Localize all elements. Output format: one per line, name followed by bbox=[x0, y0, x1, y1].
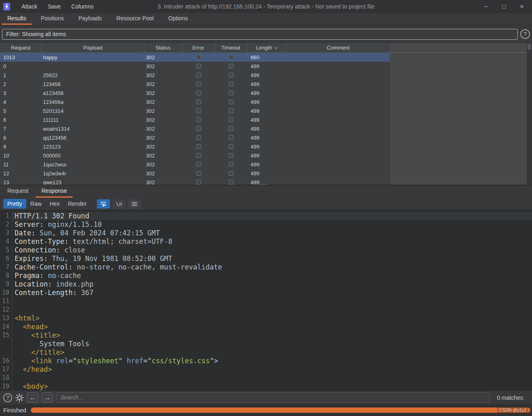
render-button[interactable]: Render bbox=[64, 199, 91, 209]
error-checkbox[interactable] bbox=[196, 117, 201, 122]
tab-resource-pool[interactable]: Resource Pool bbox=[109, 13, 161, 25]
error-checkbox[interactable] bbox=[196, 153, 201, 158]
timeout-checkbox[interactable] bbox=[229, 171, 234, 176]
table-row[interactable]: 6111111302499 bbox=[0, 115, 390, 124]
error-checkbox[interactable] bbox=[196, 135, 201, 140]
tab-positions[interactable]: Positions bbox=[34, 13, 71, 25]
timeout-checkbox[interactable] bbox=[229, 99, 234, 104]
timeout-checkbox[interactable] bbox=[229, 64, 234, 69]
timeout-checkbox[interactable] bbox=[229, 162, 234, 167]
menu-attack[interactable]: Attack bbox=[16, 0, 43, 13]
code-text: Pragma: no-cache bbox=[12, 272, 532, 280]
error-cell bbox=[182, 142, 215, 151]
menu-columns[interactable]: Columns bbox=[66, 0, 99, 13]
help-icon[interactable]: ? bbox=[3, 393, 12, 402]
tab-response[interactable]: Response bbox=[35, 185, 73, 198]
timeout-checkbox[interactable] bbox=[229, 82, 234, 86]
status-cell: 302 bbox=[144, 71, 182, 80]
search-input[interactable]: Search... bbox=[56, 392, 490, 403]
splitter-drag-handle[interactable]: ... bbox=[260, 181, 267, 185]
column-header-request[interactable]: Request bbox=[0, 43, 42, 52]
timeout-checkbox[interactable] bbox=[229, 144, 234, 149]
tab-results[interactable]: Results bbox=[0, 13, 34, 25]
error-checkbox[interactable] bbox=[196, 99, 201, 104]
close-button[interactable]: × bbox=[516, 0, 528, 13]
timeout-checkbox[interactable] bbox=[229, 55, 234, 60]
error-checkbox[interactable] bbox=[196, 73, 201, 78]
maximize-button[interactable]: □ bbox=[498, 0, 510, 13]
error-checkbox[interactable] bbox=[196, 144, 201, 149]
table-row[interactable]: 111qaz2wsx302499 bbox=[0, 160, 390, 169]
code-line: 18 bbox=[0, 374, 532, 382]
table-row[interactable]: 10000000302499 bbox=[0, 151, 390, 160]
comment-cell bbox=[286, 106, 390, 115]
length-cell: 499 bbox=[247, 106, 286, 115]
next-match-button[interactable]: → bbox=[41, 392, 53, 403]
minimize-button[interactable]: − bbox=[480, 0, 492, 13]
column-header-length[interactable]: Length bbox=[247, 43, 286, 52]
code-text bbox=[12, 297, 532, 306]
code-line: 19 <body> bbox=[0, 382, 532, 390]
table-row[interactable]: 9123123302499 bbox=[0, 142, 390, 151]
table-row[interactable]: 8qq123456302499 bbox=[0, 133, 390, 142]
tab-options[interactable]: Options bbox=[161, 13, 195, 25]
error-checkbox[interactable] bbox=[196, 91, 201, 95]
request-cell: 12 bbox=[0, 169, 42, 178]
timeout-checkbox[interactable] bbox=[229, 126, 234, 131]
response-editor[interactable]: 1HTTP/1.1 302 Found2Server: nginx/1.15.1… bbox=[0, 210, 532, 390]
table-row[interactable]: 4123456a302499 bbox=[0, 97, 390, 106]
error-checkbox[interactable] bbox=[196, 162, 201, 167]
request-cell: 4 bbox=[0, 97, 42, 106]
vertical-scrollbar[interactable] bbox=[527, 43, 532, 185]
table-row[interactable]: 7woaini1314302499 bbox=[0, 124, 390, 133]
timeout-checkbox[interactable] bbox=[229, 135, 234, 140]
menu-save[interactable]: Save bbox=[43, 0, 66, 13]
word-wrap-toggle[interactable] bbox=[97, 199, 110, 209]
error-checkbox[interactable] bbox=[196, 64, 201, 69]
status-cell: 302 bbox=[144, 169, 182, 178]
table-row[interactable]: 55201314302499 bbox=[0, 106, 390, 115]
timeout-checkbox[interactable] bbox=[229, 108, 234, 113]
settings-button[interactable] bbox=[15, 393, 24, 402]
column-header-status[interactable]: Status bbox=[144, 43, 182, 52]
table-row[interactable]: 3a123456302499 bbox=[0, 88, 390, 97]
table-row[interactable]: 13qwe123302499 bbox=[0, 178, 390, 185]
request-cell: 0 bbox=[0, 62, 42, 71]
error-checkbox[interactable] bbox=[196, 126, 201, 131]
error-checkbox[interactable] bbox=[196, 108, 201, 113]
comment-cell bbox=[286, 124, 390, 133]
tab-request[interactable]: Request bbox=[1, 185, 35, 198]
code-line: 12 bbox=[0, 306, 532, 314]
error-checkbox[interactable] bbox=[196, 82, 201, 86]
scrollbar-thumb[interactable] bbox=[528, 44, 531, 50]
raw-button[interactable]: Raw bbox=[26, 199, 46, 209]
table-row[interactable]: 125922302499 bbox=[0, 71, 390, 80]
timeout-checkbox[interactable] bbox=[229, 117, 234, 122]
filter-help-icon[interactable]: ? bbox=[520, 29, 530, 39]
column-header-comment[interactable]: Comment bbox=[286, 43, 390, 52]
pretty-button[interactable]: Pretty bbox=[3, 199, 26, 209]
error-checkbox[interactable] bbox=[196, 55, 201, 60]
timeout-checkbox[interactable] bbox=[229, 73, 234, 78]
column-header-timeout[interactable]: Timeout bbox=[215, 43, 247, 52]
table-row[interactable]: 121q2w3e4r302499 bbox=[0, 169, 390, 178]
timeout-checkbox[interactable] bbox=[229, 91, 234, 95]
column-header-payload[interactable]: Payload bbox=[42, 43, 144, 52]
table-row[interactable]: 2123456302499 bbox=[0, 80, 390, 88]
filter-input[interactable]: Filter: Showing all items bbox=[2, 29, 518, 40]
code-text: </head> bbox=[12, 365, 532, 374]
timeout-checkbox[interactable] bbox=[229, 153, 234, 158]
error-checkbox[interactable] bbox=[196, 171, 201, 176]
show-newlines-toggle[interactable]: \n bbox=[112, 199, 125, 209]
error-checkbox[interactable] bbox=[196, 180, 201, 185]
timeout-checkbox[interactable] bbox=[229, 180, 234, 185]
editor-menu-button[interactable] bbox=[128, 199, 141, 209]
hex-button[interactable]: Hex bbox=[46, 199, 64, 209]
table-row[interactable]: 1013happy302660 bbox=[0, 53, 390, 62]
tab-payloads[interactable]: Payloads bbox=[71, 13, 109, 25]
column-header-error[interactable]: Error bbox=[182, 43, 215, 52]
table-row[interactable]: 0302499 bbox=[0, 62, 390, 71]
timeout-cell bbox=[215, 178, 247, 185]
payload-cell: 000000 bbox=[42, 151, 144, 160]
previous-match-button[interactable]: ← bbox=[27, 392, 39, 403]
